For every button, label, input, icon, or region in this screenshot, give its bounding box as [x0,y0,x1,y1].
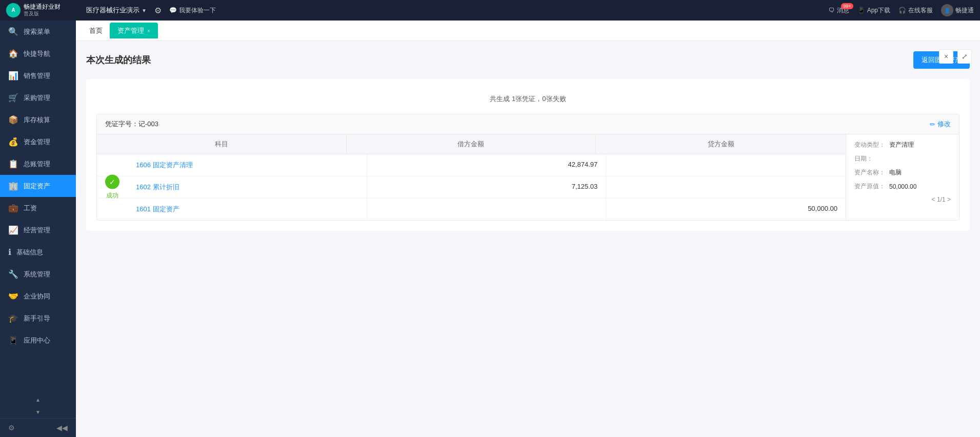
finance-icon: 💰 [8,137,18,147]
sidebar-item-finance[interactable]: 💰 资金管理 [0,131,76,153]
fixed-assets-icon: 🏢 [8,181,18,191]
page-title: 本次生成的结果 [86,54,151,66]
edit-label: 修改 [937,120,951,129]
sidebar-item-guide[interactable]: 🎓 新手引导 [0,307,76,329]
sidebar-item-inventory[interactable]: 📦 库存核算 [0,109,76,131]
tab-close-icon[interactable]: × [147,28,150,34]
download-icon: 📱 [857,7,865,14]
avatar: 👤 [941,4,953,16]
table-row: 1606 固定资产清理 42,874.97 [97,154,846,176]
sidebar-collapse-icon[interactable]: ◀◀ [56,424,68,432]
voucher-block: 凭证字号：记-003 ✏ 修改 科目 借方金 [96,114,959,221]
pagination-text: 1/1 [937,196,947,203]
tab-asset-management[interactable]: 资产管理 × [110,23,158,38]
workspace-area: 医疗器械行业演示 ▼ ⚙ 💬 我要体验一下 [82,3,829,17]
sidebar-scroll-up-button[interactable]: ▼ [0,406,76,418]
asset-name-label: 资产名称： [854,168,885,177]
sidebar-item-label: 快捷导航 [24,49,50,58]
sidebar-item-purchase[interactable]: 🛒 采购管理 [0,87,76,109]
close-panel-button[interactable]: × [939,49,953,64]
sidebar-item-quick-nav[interactable]: 🏠 快捷导航 [0,43,76,65]
table-header: 科目 借方金额 贷方金额 [97,134,846,154]
voucher-body: 科目 借方金额 贷方金额 ✓ 成功 [97,134,959,220]
sidebar-item-label: 搜索菜单 [24,27,50,36]
pagination-next-icon[interactable]: > [947,196,951,203]
logo-icon: A [6,3,21,17]
asset-value-value: 50,000.00 [889,183,916,190]
ledger-icon: 📋 [8,159,18,169]
sidebar-item-label: 应用中心 [24,336,50,345]
workspace-selector[interactable]: 医疗器械行业演示 ▼ [86,6,147,15]
sidebar-item-search[interactable]: 🔍 搜索菜单 [0,21,76,43]
content-controls: × ⤢ [939,49,972,64]
purchase-icon: 🛒 [8,93,18,103]
payroll-icon: 💼 [8,203,18,213]
pagination-prev-icon[interactable]: < [932,196,935,203]
side-pagination[interactable]: < 1/1 > [854,196,951,203]
sidebar-item-system[interactable]: 🔧 系统管理 [0,263,76,285]
cell-credit-3: 50,000.00 [606,198,846,220]
sidebar-item-label: 企业协同 [24,292,50,301]
edit-voucher-button[interactable]: ✏ 修改 [930,120,951,129]
cell-debit-2: 7,125.03 [367,176,607,198]
user-profile-button[interactable]: 👤 畅捷通 [941,4,974,16]
sidebar-item-enterprise[interactable]: 🤝 企业协同 [0,285,76,307]
sidebar-item-label: 工资 [24,204,37,213]
voucher-header: 凭证字号：记-003 ✏ 修改 [97,114,959,134]
sidebar-item-basic-info[interactable]: ℹ 基础信息 [0,241,76,263]
sidebar-item-label: 总账管理 [24,160,50,169]
guide-icon: 🎓 [8,313,18,323]
workspace-name: 医疗器械行业演示 [86,6,139,15]
try-experience-button[interactable]: 💬 我要体验一下 [169,6,216,15]
result-container: 共生成 1张凭证，0张失败 凭证字号：记-003 ✏ 修改 [86,79,970,231]
message-button[interactable]: 🗨 消息 99+ [829,6,849,15]
sidebar-item-app-center[interactable]: 📱 应用中心 [0,329,76,351]
logo-abbr-text: A [11,7,15,13]
sidebar-item-label: 固定资产 [24,182,50,191]
top-right-area: 🗨 消息 99+ 📱 App下载 🎧 在线客服 👤 畅捷通 [829,4,974,16]
logo-text: 畅捷通好业财 [24,3,61,10]
change-type-label: 变动类型： [854,141,885,149]
asset-value-row: 资产原值： 50,000.00 [854,182,951,191]
info-icon: ℹ [8,247,11,257]
inventory-icon: 📦 [8,115,18,125]
cell-subject-2: 1602 累计折旧 [128,176,367,198]
sidebar-item-sales[interactable]: 📊 销售管理 [0,65,76,87]
sidebar-item-label: 新手引导 [24,314,50,323]
search-icon: 🔍 [8,27,18,36]
expand-icon: ⤢ [962,52,968,61]
sidebar-item-payroll[interactable]: 💼 工资 [0,197,76,219]
enterprise-icon: 🤝 [8,291,18,301]
page-header: 本次生成的结果 返回固定资产 [86,51,970,69]
main-layout: 🔍 搜索菜单 🏠 快捷导航 📊 销售管理 🛒 采购管理 📦 库存核算 💰 [0,21,980,437]
chat-icon: 💬 [169,7,177,14]
online-service-button[interactable]: 🎧 在线客服 [898,6,933,15]
tab-home[interactable]: 首页 [84,23,108,38]
asset-name-value: 电脑 [889,168,902,177]
asset-name-row: 资产名称： 电脑 [854,168,951,177]
sidebar-scroll-down-button[interactable]: ▲ [0,393,76,406]
try-label: 我要体验一下 [179,6,216,15]
sidebar-bottom: ⚙ ◀◀ [0,418,76,437]
app-center-icon: 📱 [8,335,18,345]
sidebar-settings-icon[interactable]: ⚙ [8,424,15,432]
date-row: 日期： [854,154,951,163]
column-header-credit: 贷方金额 [596,134,846,154]
cell-credit-2 [606,176,846,198]
sidebar-item-business[interactable]: 📈 经营管理 [0,219,76,241]
app-download-button[interactable]: 📱 App下载 [857,6,890,15]
sidebar-item-general-ledger[interactable]: 📋 总账管理 [0,153,76,175]
user-name: 畅捷通 [955,6,974,15]
sidebar-item-fixed-assets[interactable]: 🏢 固定资产 [0,175,76,197]
sidebar-item-label: 系统管理 [24,270,50,279]
headset-icon: 🎧 [898,7,906,14]
settings-icon: ⚙ [154,6,162,15]
sidebar-item-label: 采购管理 [24,93,50,103]
top-header: A 畅捷通好业财 普及版 医疗器械行业演示 ▼ ⚙ 💬 我要体验一下 🗨 消息 … [0,0,980,21]
change-type-value: 资产清理 [889,141,914,149]
result-summary: 共生成 1张凭证，0张失败 [96,89,959,114]
expand-panel-button[interactable]: ⤢ [957,49,972,64]
tab-asset-management-label: 资产管理 [117,26,144,35]
date-label: 日期： [854,154,873,163]
workspace-settings-button[interactable]: ⚙ [151,3,165,17]
